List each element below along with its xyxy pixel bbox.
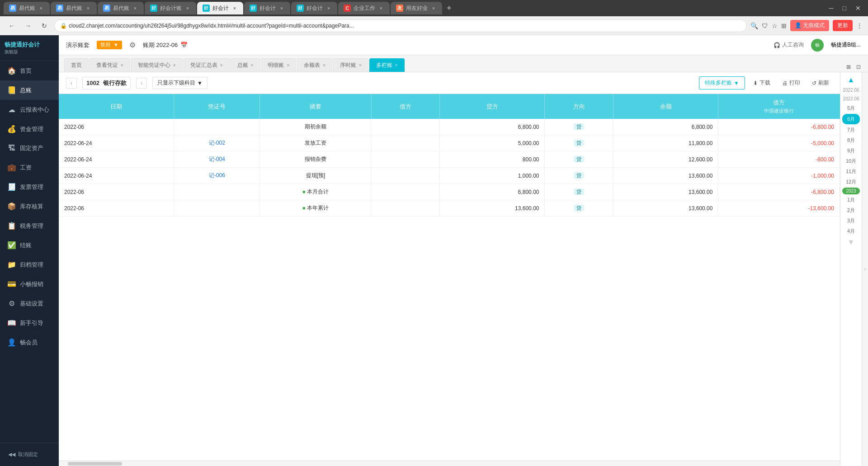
page-tab-detail-ledger-close[interactable]: × (287, 63, 289, 68)
tab-7-close[interactable]: × (326, 5, 332, 11)
new-tab-button[interactable]: + (443, 4, 455, 13)
timeline-month-6[interactable]: 6月 (842, 114, 860, 124)
sidebar-item-general-ledger[interactable]: 📒 总账 (0, 80, 59, 100)
search-icon[interactable]: 🔍 (750, 22, 758, 29)
update-button[interactable]: 更新 (833, 20, 853, 31)
page-tab-balance-table-close[interactable]: × (323, 63, 326, 68)
tab-5[interactable]: 好 好会计 × (197, 2, 243, 14)
page-tab-general-ledger-close[interactable]: × (251, 63, 254, 68)
tab-7[interactable]: 好 好会计 × (291, 2, 337, 14)
tab-4-close[interactable]: × (184, 5, 191, 11)
tab-4[interactable]: 好 好会计账 × (145, 2, 196, 14)
user-avatar[interactable]: 畅 (811, 39, 824, 52)
page-tab-sequential-ledger-close[interactable]: × (359, 63, 362, 68)
page-tab-detail-ledger[interactable]: 明细账 × (261, 58, 296, 72)
timeline-month-7[interactable]: 7月 (840, 125, 862, 135)
menu-icon[interactable]: ⋮ (856, 22, 863, 29)
scrollbar-thumb[interactable] (68, 462, 122, 466)
tab-9-close[interactable]: × (430, 5, 437, 11)
pin-button[interactable]: ◀◀ 取消固定 (5, 447, 54, 461)
sidebar-item-expense[interactable]: 💳 小畅报销 (0, 274, 59, 294)
page-tab-smart-voucher-close[interactable]: × (173, 63, 176, 68)
tab-8-close[interactable]: × (378, 5, 384, 11)
sidebar-item-invoice[interactable]: 🧾 发票管理 (0, 177, 59, 197)
sidebar-browser-icon[interactable]: ⊞ (781, 22, 787, 29)
timeline-2023-month-2[interactable]: 2月 (840, 205, 862, 216)
timeline-2023-month-3[interactable]: 3月 (840, 216, 862, 226)
collapse-tabs-icon[interactable]: ⊠ (844, 62, 853, 72)
page-tab-voucher-summary-close[interactable]: × (220, 63, 223, 68)
sidebar-item-home[interactable]: 🏠 首页 (0, 61, 59, 80)
special-multi-column-button[interactable]: 特殊多栏账 ▼ (699, 76, 745, 89)
shield-icon[interactable]: 🛡 (762, 22, 768, 29)
tab-3[interactable]: 易 易代账 × (98, 2, 144, 14)
prev-account-button[interactable]: ‹ (66, 78, 77, 89)
tab-1[interactable]: 易 易代账 × (4, 2, 50, 14)
wuhen-button[interactable]: 👤 无痕模式 (790, 20, 829, 31)
settings-top-icon[interactable]: ⚙ (129, 41, 136, 49)
tab-2[interactable]: 易 易代账 × (51, 2, 97, 14)
timeline-month-12[interactable]: 12月 (840, 177, 862, 187)
tab-1-close[interactable]: × (38, 5, 44, 11)
timeline-month-10[interactable]: 10月 (840, 156, 862, 166)
page-tab-view-voucher-close[interactable]: × (121, 63, 123, 68)
minimize-button[interactable]: ─ (826, 3, 837, 14)
timeline-month-11[interactable]: 11月 (840, 166, 862, 177)
timeline-month-9[interactable]: 9月 (840, 146, 862, 156)
forward-button[interactable]: → (22, 19, 34, 32)
tab-6-close[interactable]: × (278, 5, 285, 11)
page-tab-smart-voucher[interactable]: 智能凭证中心 × (131, 58, 183, 72)
tab-3-close[interactable]: × (132, 5, 138, 11)
page-tab-general-ledger[interactable]: 总账 × (231, 58, 260, 72)
account-selector[interactable]: 1002 银行存款 (82, 77, 131, 89)
sidebar-item-archive[interactable]: 📁 归档管理 (0, 255, 59, 274)
refresh-button[interactable]: ↺ 刷新 (808, 77, 833, 89)
download-button[interactable]: ⬇ 下载 (750, 77, 774, 89)
voucher-link[interactable]: 记-004 (209, 156, 225, 162)
sidebar-item-settings[interactable]: ⚙ 基础设置 (0, 294, 59, 313)
timeline-month-8[interactable]: 8月 (840, 135, 862, 146)
page-tab-home[interactable]: 首页 (64, 58, 89, 72)
page-tab-multi-column-close[interactable]: × (395, 63, 398, 68)
back-button[interactable]: ← (5, 19, 18, 32)
close-browser-button[interactable]: ✕ (852, 3, 864, 14)
print-button[interactable]: 🖨 打印 (778, 77, 804, 89)
expand-tabs-icon[interactable]: ⊡ (854, 62, 863, 72)
sidebar-item-fixed-assets[interactable]: 🏗 固定资产 (0, 139, 59, 158)
page-tab-multi-column[interactable]: 多栏账 × (369, 58, 405, 72)
voucher-link[interactable]: 记-006 (209, 172, 225, 179)
refresh-button[interactable]: ↻ (38, 19, 51, 32)
page-tab-voucher-summary[interactable]: 凭证汇总表 × (184, 58, 230, 72)
maximize-button[interactable]: □ (839, 3, 850, 14)
sidebar-item-salary[interactable]: 💼 工资 (0, 158, 59, 177)
cell-voucher[interactable]: 记-002 (174, 135, 260, 151)
sidebar-item-inventory[interactable]: 📦 库存核算 (0, 197, 59, 216)
account-badge[interactable]: 禁用 ▼ (97, 41, 122, 49)
tab-5-close[interactable]: × (231, 5, 238, 11)
voucher-link[interactable]: 记-002 (209, 140, 225, 146)
sidebar-item-tax[interactable]: 📋 税务管理 (0, 216, 59, 235)
horizontal-scrollbar[interactable] (59, 461, 840, 466)
star-icon[interactable]: ☆ (772, 22, 778, 29)
page-tab-balance-table[interactable]: 余额表 × (297, 58, 332, 72)
period-selector[interactable]: 账期 2022-06 📅 (143, 41, 188, 49)
timeline-month-5[interactable]: 5月 (840, 103, 862, 113)
cell-voucher[interactable]: 记-004 (174, 151, 260, 168)
sidebar-item-settlement[interactable]: ✅ 结账 (0, 235, 59, 255)
tab-8[interactable]: C 企业工作 × (338, 2, 390, 14)
consult-button[interactable]: 🎧 人工咨询 (774, 41, 804, 49)
page-tab-sequential-ledger[interactable]: 序时账 × (333, 58, 368, 72)
tab-2-close[interactable]: × (85, 5, 91, 11)
url-bar[interactable]: 🔒 cloud2.chanjet.com/accounting/uh26t264… (54, 19, 747, 32)
timeline-down-button[interactable]: ▼ (846, 236, 857, 248)
sidebar-item-guide[interactable]: 📖 新手引导 (0, 313, 59, 333)
timeline-up-button[interactable]: ▲ (846, 74, 857, 86)
cell-voucher[interactable]: 记-006 (174, 168, 260, 184)
timeline-2023-month-4[interactable]: 4月 (840, 226, 862, 236)
filter-button[interactable]: 只显示下级科目 ▼ (152, 77, 208, 89)
tab-6[interactable]: 好 好会计 × (244, 2, 290, 14)
next-account-button[interactable]: › (136, 78, 147, 89)
sidebar-item-fund[interactable]: 💰 资金管理 (0, 119, 59, 139)
sidebar-item-membership[interactable]: 👤 畅会员 (0, 333, 59, 352)
sidebar-item-cloud-report[interactable]: ☁ 云报表中心 (0, 100, 59, 119)
